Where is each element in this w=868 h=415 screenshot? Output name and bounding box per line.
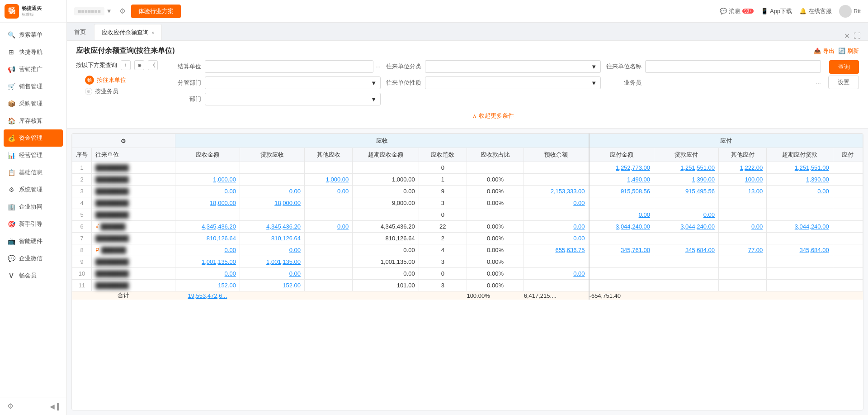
unit-name-input[interactable] [645,60,821,73]
col-seq: 序号 [72,148,92,162]
sidebar-item-search[interactable]: 🔍 搜索菜单 [0,26,66,43]
col-ar-ratio: 应收款占比 [467,148,524,162]
logo-text: 畅捷通买 标准版 [22,5,42,18]
tab-close-icon[interactable]: × [151,30,154,35]
brand-text: ■■■■■■■ [74,7,104,15]
user-avatar[interactable]: Rit [839,5,861,18]
sidebar-item-hardware[interactable]: 📺 智能硬件 [0,233,66,250]
salesman-dots[interactable]: ··· [816,79,821,86]
finance-icon: 💰 [7,134,15,142]
settlement-unit-dots[interactable]: ··· [375,63,381,70]
tab-maximize-icon[interactable]: ⛶ [854,32,861,40]
online-service-button[interactable]: 🔔 在线客服 [799,7,832,15]
operation-icon: 📊 [7,151,15,159]
filter-collapse-button[interactable]: 《 [148,60,158,70]
header-brand: ■■■■■■■ ▼ [74,7,112,15]
app-download-button[interactable]: 📱 App下载 [761,7,792,15]
search-icon: 🔍 [7,31,15,39]
unit-name-cell: ████████ [92,268,175,280]
notification-button[interactable]: 💬 消息 99+ [720,7,754,15]
download-icon: 📱 [761,8,768,14]
sidebar-item-wechat[interactable]: 💬 企业微信 [0,250,66,267]
vip-icon: V [7,272,15,280]
filter-unit-name: 往来单位名称 [605,60,821,73]
tab-arbalance[interactable]: 应收应付余额查询 × [94,24,162,40]
sidebar-item-marketing[interactable]: 📢 营销推广 [0,61,66,78]
footer-ar-other [305,291,353,300]
unit-name-cell: ████████ [92,186,175,197]
query-button[interactable]: 查询 [829,60,859,74]
sidebar-item-purchase[interactable]: 📦 采购管理 [0,95,66,112]
marketing-icon: 📢 [7,65,15,73]
table-row: 8P██████0.000.000.0040.00%655,636.75345,… [72,244,863,256]
settings-gear-icon[interactable]: ⚙ [119,7,126,15]
table-row: 4████████18,000.0018,000.009,000.0030.00… [72,197,863,209]
scheme-by-unit[interactable]: 畅 按往来单位 [85,76,158,85]
header-right: 💬 消息 99+ 📱 App下载 🔔 在线客服 Rit [720,5,861,18]
collapse-conditions-button[interactable]: ∧ 收起更多条件 [469,108,518,124]
tab-home[interactable]: 首页 [67,24,93,40]
page-header: 应收应付余额查询(按往来单位) 📤 导出 🔄 刷新 按以下方案查询 [67,41,868,129]
sales-icon: 🛒 [7,82,15,91]
unit-nature-select[interactable]: ▼ [425,76,601,89]
sidebar-item-system[interactable]: ⚙ 系统管理 [0,181,66,198]
inventory-icon: 🏠 [7,117,15,125]
page-actions: 📤 导出 🔄 刷新 [814,47,859,55]
collapse-chevron-icon: ∧ [472,113,477,119]
export-button[interactable]: 📤 导出 [814,47,835,55]
add-filter-button[interactable]: + [121,60,131,70]
sidebar-item-quicknav[interactable]: ⊞ 快捷导航 [0,43,66,61]
sidebar-item-inventory[interactable]: 🏠 库存核算 [0,112,66,129]
filter-settings-button[interactable]: ⊕ [134,60,144,70]
footer-ap-amount: -654,751.40 [589,291,654,300]
header-left: ■■■■■■■ ▼ ⚙ 体验行业方案 [74,5,720,18]
filter-division: 部门 ▼ [165,93,381,105]
footer-ar-advance: 6,417,215.... [524,291,589,300]
col-ar-advance: 预收余额 [524,148,589,162]
division-select[interactable]: ▼ [205,93,381,105]
tab-close-window-icon[interactable]: ✕ [844,32,850,40]
unit-name-cell: ████████ [92,174,175,186]
refresh-button[interactable]: 🔄 刷新 [838,47,859,55]
collapse-row: ∧ 收起更多条件 [165,108,821,124]
sidebar-logo: 畅 畅捷通买 标准版 [0,0,66,23]
sidebar-menu: 🔍 搜索菜单 ⊞ 快捷导航 📢 营销推广 🛒 销售管理 📦 采购管理 🏠 库存核… [0,23,66,397]
filter-unit-category: 往来单位分类 ▼ [385,60,601,73]
filter-dept: 分管部门 ▼ [165,76,381,89]
page-title-row: 应收应付余额查询(按往来单位) 📤 导出 🔄 刷新 [76,46,859,56]
sidebar-item-corp[interactable]: 🏢 企业协同 [0,198,66,215]
dept-select[interactable]: ▼ [205,76,381,89]
table-row: 11████████152.00152.00101.0030.00% [72,280,863,291]
col-ap-overdue: 超期应付贷款 [767,148,833,162]
footer-ap-other [719,291,767,300]
sidebar-item-finance[interactable]: 💰 资金管理 [4,129,63,147]
unit-name-cell: ████████ [92,256,175,268]
solution-button[interactable]: 体验行业方案 [131,5,181,18]
footer-ar-overdue [353,291,419,300]
sidebar-item-basic[interactable]: 📋 基础信息 [0,164,66,181]
guide-icon: 🎯 [7,220,15,228]
system-icon: ⚙ [7,186,15,194]
col-ar-overdue: 超期应收金额 [353,148,419,162]
filter-fields: 结算单位 ··· 往来单位分类 ▼ [165,60,821,124]
settings-button[interactable]: ⚙ [7,402,14,410]
sidebar-item-operation[interactable]: 📊 经营管理 [0,147,66,164]
sidebar-item-guide[interactable]: 🎯 新手引导 [0,215,66,233]
col-ar-amount: 应收金额 [175,148,240,162]
table-footer-row: 合计 19,553,472,6... 100.00% 6,417,215....… [72,291,863,300]
collapse-button[interactable]: ◀▐ [50,403,59,410]
table-container: ⚙ 应收 应付 序号 往来单位 应收金额 贷款应收 其他应收 超期应收金额 应收… [71,133,863,410]
dropdown-icon[interactable]: ▼ [106,8,112,14]
filter-schemes: 畅 按往来单位 ⊙ 按业务员 [85,76,158,95]
sidebar-item-vip[interactable]: V 畅会员 [0,267,66,284]
filter-salesman: 业务员 ··· [605,76,821,89]
unit-category-select[interactable]: ▼ [425,60,601,73]
sidebar-item-sales[interactable]: 🛒 销售管理 [0,78,66,95]
unit-name-cell: ████████ [92,197,175,209]
col-unit: 往来单位 [92,148,175,162]
settlement-unit-input[interactable] [205,60,373,73]
set-button[interactable]: 设置 [828,76,859,89]
scheme-by-salesman[interactable]: ⊙ 按业务员 [85,87,158,95]
filter-left: 按以下方案查询 + ⊕ 《 畅 按往来单位 ⊙ 按业务员 [76,60,158,100]
settings-col-icon[interactable]: ⚙ [121,138,126,144]
